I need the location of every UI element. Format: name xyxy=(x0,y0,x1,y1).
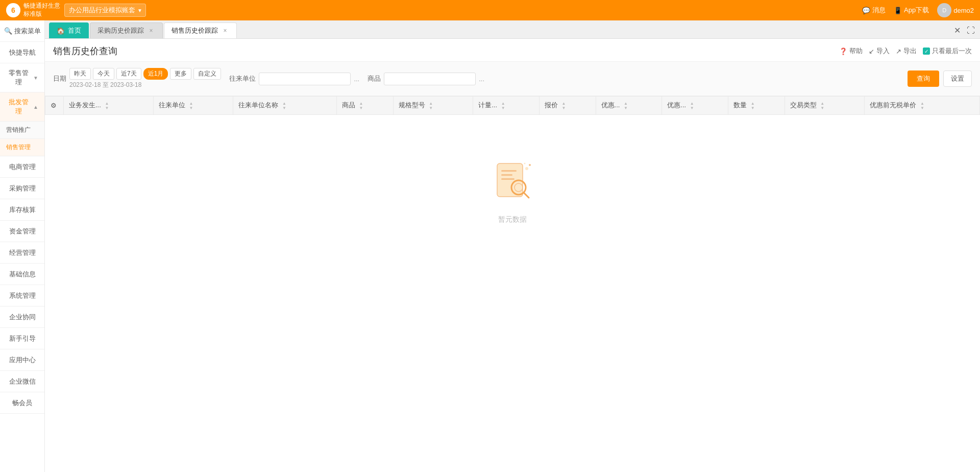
filter-actions: 查询 设置 xyxy=(908,70,972,87)
tab-sales[interactable]: 销售历史价跟踪 × xyxy=(164,22,237,38)
content-area: 🏠 首页 采购历史价跟踪 × 销售历史价跟踪 × ✕ ⛶ xyxy=(45,20,980,472)
col-discount1[interactable]: 优惠... ▲▼ xyxy=(596,97,662,115)
sidebar-item-newbie[interactable]: 新手引导 xyxy=(0,328,44,349)
home-icon: 🏠 xyxy=(57,27,65,35)
col-trade-type[interactable]: 交易类型 ▲▼ xyxy=(785,97,865,115)
import-btn[interactable]: ↙ 导入 xyxy=(869,46,890,56)
export-btn[interactable]: ↗ 导出 xyxy=(896,46,917,56)
sidebar-item-enterprise-wechat[interactable]: 企业微信 xyxy=(0,371,44,392)
product-ellipsis[interactable]: ... xyxy=(479,75,484,83)
app-download-btn[interactable]: 📱 App下载 xyxy=(894,6,929,15)
empty-state-icon xyxy=(487,156,538,207)
sort-arrows-icon: ▲▼ xyxy=(920,101,924,110)
sidebar-item-purchase[interactable]: 采购管理 xyxy=(0,178,44,199)
partner-input[interactable] xyxy=(259,73,351,85)
sort-arrows-icon: ▲▼ xyxy=(820,101,824,110)
date-btn-today[interactable]: 今天 xyxy=(93,68,114,80)
date-btn-7days[interactable]: 近7天 xyxy=(116,68,141,80)
logo-text: 畅捷通好生意 标准版 xyxy=(23,2,60,18)
filter-partner-group: 往来单位 ... xyxy=(229,73,359,85)
user-avatar-btn[interactable]: D demo2 xyxy=(937,3,974,17)
sort-arrows-icon: ▲▼ xyxy=(282,101,286,110)
date-btn-1month[interactable]: 近1月 xyxy=(143,68,168,80)
table-head: ⚙ 业务发生... ▲▼ 往来单位 ▲▼ 往来单位名称 xyxy=(45,97,980,115)
help-btn[interactable]: ❓ 帮助 xyxy=(839,46,863,56)
sidebar-item-sales-mgmt[interactable]: 销售管理 xyxy=(0,139,44,156)
sort-arrows-icon: ▲▼ xyxy=(751,101,755,110)
date-btn-yesterday[interactable]: 昨天 xyxy=(69,68,91,80)
svg-point-8 xyxy=(529,164,531,166)
page-header: 销售历史价查询 ❓ 帮助 ↙ 导入 ↗ 导出 ✓ xyxy=(45,39,980,62)
app-selector[interactable]: 办公用品行业模拟账套 ▼ xyxy=(64,4,146,17)
settings-icon: ⚙ xyxy=(51,102,57,109)
logo-area: 6 畅捷通好生意 标准版 xyxy=(6,2,60,18)
page-title: 销售历史价查询 xyxy=(53,45,117,57)
sidebar-item-ecommerce[interactable]: 电商管理 xyxy=(0,156,44,178)
query-button[interactable]: 查询 xyxy=(908,70,939,87)
sidebar-item-wholesale[interactable]: 批发管理 ▲ xyxy=(0,92,44,122)
tab-bar: 🏠 首页 采购历史价跟踪 × 销售历史价跟踪 × ✕ ⛶ xyxy=(45,20,980,39)
sidebar-item-system[interactable]: 系统管理 xyxy=(0,285,44,306)
sidebar-item-enterprise[interactable]: 企业协同 xyxy=(0,306,44,328)
svg-rect-3 xyxy=(501,178,514,180)
chevron-down-icon: ▼ xyxy=(137,8,142,13)
table-header-row: ⚙ 业务发生... ▲▼ 往来单位 ▲▼ 往来单位名称 xyxy=(45,97,980,115)
col-product[interactable]: 商品 ▲▼ xyxy=(336,97,393,115)
col-tax-free-price[interactable]: 优惠前无税单价 ▲▼ xyxy=(865,97,980,115)
export-icon: ↗ xyxy=(896,48,901,55)
close-icon[interactable]: × xyxy=(221,27,229,35)
product-input[interactable] xyxy=(384,73,476,85)
col-spec[interactable]: 规格型号 ▲▼ xyxy=(393,97,473,115)
sort-arrows-icon: ▲▼ xyxy=(624,101,628,110)
partner-ellipsis[interactable]: ... xyxy=(354,75,359,83)
fullscreen-btn[interactable]: ⛶ xyxy=(966,25,976,36)
chevron-down-icon: ▼ xyxy=(33,75,38,81)
sidebar-item-search-menu[interactable]: 🔍 搜索菜单 xyxy=(0,20,44,42)
tab-home[interactable]: 🏠 首页 xyxy=(49,22,89,38)
only-last-checkbox[interactable]: ✓ 只看最后一次 xyxy=(923,46,972,56)
import-icon: ↙ xyxy=(869,48,874,55)
sidebar-item-retail[interactable]: 零售管理 ▼ xyxy=(0,63,44,92)
sidebar-item-app-center[interactable]: 应用中心 xyxy=(0,349,44,371)
col-unit[interactable]: 计量... ▲▼ xyxy=(473,97,540,115)
col-partner-code[interactable]: 往来单位 ▲▼ xyxy=(153,97,233,115)
svg-line-6 xyxy=(524,193,529,198)
filter-product-group: 商品 ... xyxy=(368,73,484,85)
sort-arrows-icon: ▲▼ xyxy=(562,101,566,110)
sidebar-item-quick-nav[interactable]: 快捷导航 xyxy=(0,42,44,63)
date-btn-custom[interactable]: 自定义 xyxy=(193,68,221,80)
close-icon[interactable]: × xyxy=(147,27,155,35)
date-btn-more[interactable]: 更多 xyxy=(170,68,191,80)
sidebar-item-finance[interactable]: 资金管理 xyxy=(0,221,44,242)
date-range-text: 2023-02-18 至 2023-03-18 xyxy=(69,81,221,89)
col-discount2[interactable]: 优惠... ▲▼ xyxy=(662,97,728,115)
tab-purchase[interactable]: 采购历史价跟踪 × xyxy=(90,22,163,38)
col-quote[interactable]: 报价 ▲▼ xyxy=(539,97,596,115)
settings-button[interactable]: 设置 xyxy=(943,70,972,87)
chevron-up-icon: ▲ xyxy=(33,104,38,110)
message-btn[interactable]: 💬 消息 xyxy=(862,6,886,15)
close-tab-btn[interactable]: ✕ xyxy=(953,25,962,36)
page-content: 销售历史价查询 ❓ 帮助 ↙ 导入 ↗ 导出 ✓ xyxy=(45,39,980,472)
col-partner-name[interactable]: 往来单位名称 ▲▼ xyxy=(233,97,337,115)
col-settings[interactable]: ⚙ xyxy=(45,97,64,115)
download-icon: 📱 xyxy=(894,7,902,14)
sidebar-item-member[interactable]: 畅会员 xyxy=(0,392,44,414)
sidebar-item-marketing[interactable]: 营销推广 xyxy=(0,122,44,139)
svg-rect-2 xyxy=(501,174,512,176)
sort-arrows-icon: ▲▼ xyxy=(189,101,193,110)
header-left: 6 畅捷通好生意 标准版 办公用品行业模拟账套 ▼ xyxy=(6,2,146,18)
svg-point-9 xyxy=(524,162,526,164)
sidebar-item-inventory[interactable]: 库存核算 xyxy=(0,199,44,221)
header-right: 💬 消息 📱 App下载 D demo2 xyxy=(862,3,974,17)
col-biz-date[interactable]: 业务发生... ▲▼ xyxy=(64,97,154,115)
sort-arrows-icon: ▲▼ xyxy=(501,101,505,110)
checkbox-checked-icon: ✓ xyxy=(923,48,930,55)
partner-label: 往来单位 xyxy=(229,74,256,83)
col-quantity[interactable]: 数量 ▲▼ xyxy=(728,97,785,115)
sort-arrows-icon: ▲▼ xyxy=(690,101,694,110)
filter-bar: 日期 昨天 今天 近7天 近1月 更多 自定义 2023-02-18 至 202… xyxy=(45,62,980,96)
tab-bar-actions: ✕ ⛶ xyxy=(953,25,976,38)
sidebar-item-operations[interactable]: 经营管理 xyxy=(0,242,44,264)
sidebar-item-basic-info[interactable]: 基础信息 xyxy=(0,264,44,285)
